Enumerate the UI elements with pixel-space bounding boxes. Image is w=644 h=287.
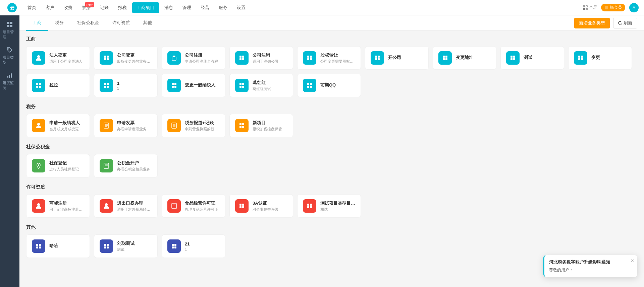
svg-rect-96: [36, 246, 38, 248]
svg-rect-102: [172, 244, 174, 246]
svg-rect-44: [578, 58, 580, 60]
card-desc: 测试: [320, 207, 355, 212]
card-xinxiangmu[interactable]: 新项目 报税加税控盘保管: [229, 114, 293, 137]
card-icon: [100, 239, 113, 253]
card-liucong-ceshi[interactable]: 刘聪测试 测试: [94, 234, 158, 258]
card-name: 社保登记: [49, 160, 84, 166]
card-icon: [235, 119, 249, 132]
svg-rect-48: [36, 86, 38, 88]
svg-rect-46: [36, 83, 38, 85]
svg-rect-59: [242, 83, 244, 85]
card-lala[interactable]: 拉拉: [26, 74, 90, 97]
nav-service[interactable]: 服务: [214, 0, 232, 15]
card-desc: 1: [185, 247, 220, 251]
card-desc: 申请公司注册全流程: [185, 59, 220, 64]
svg-rect-33: [378, 58, 380, 60]
card-biangeng-nashui[interactable]: 变更一般纳税人: [162, 74, 225, 97]
sidebar-item-progress[interactable]: 进度监测: [1, 69, 18, 93]
app-logo[interactable]: 云: [5, 1, 19, 14]
fullscreen-btn[interactable]: 全屏: [583, 5, 597, 10]
card-3a-renzheng[interactable]: 3A认证 对企业信誉评级: [229, 194, 293, 218]
vip-button[interactable]: 畅会员: [601, 4, 625, 11]
section-title-shebao: 社保公积金: [26, 144, 637, 150]
card-icon: [167, 51, 181, 65]
card-gupan-zhuanrang[interactable]: 股权转让 公司变更需要股权转让: [297, 46, 361, 70]
card-qianqi-qq[interactable]: 前期QQ: [297, 74, 361, 97]
card-kaigongsi[interactable]: 开公司: [365, 46, 429, 70]
card-desc: 对企业信誉评级: [253, 207, 287, 212]
card-gongsi-zhuxiao[interactable]: 公司注销 适用于注销公司: [229, 46, 293, 70]
nav-billing[interactable]: 收费: [59, 0, 77, 15]
grid-icon: [6, 21, 13, 28]
svg-rect-42: [578, 56, 580, 58]
nav-customer[interactable]: 客户: [41, 0, 59, 15]
card-desc: 适用于注销公司: [253, 59, 287, 64]
card-faziren[interactable]: 法人变更 适用于公司变更法人: [26, 46, 90, 70]
nav-tax[interactable]: 报税: [113, 0, 131, 15]
card-shangbiao[interactable]: 商标注册 用于企业商标注册服务: [26, 194, 90, 218]
card-gongjijin-kaihu[interactable]: 公积金开户 办理公积金相关业务: [94, 154, 158, 177]
nav-bookkeeping[interactable]: 记账: [95, 0, 113, 15]
card-shebao-dengji[interactable]: 社保登记 进行人员社保登记: [26, 154, 90, 177]
card-icon: [167, 239, 181, 253]
nav-manage[interactable]: 管理: [178, 0, 196, 15]
svg-rect-13: [9, 75, 10, 78]
new-type-button[interactable]: 新增业务类型: [574, 18, 610, 28]
sidebar-item-project-type[interactable]: 项目类型: [1, 44, 18, 68]
nav-settings[interactable]: 设置: [232, 0, 250, 15]
nav-ticket[interactable]: 票据 new: [77, 0, 95, 15]
card-jinchukou[interactable]: 进出口权办理 适用于对外贸易经营者: [94, 194, 158, 218]
card-icon-faziren: [32, 51, 45, 65]
svg-point-66: [37, 123, 40, 126]
card-biangeng[interactable]: 变更: [568, 46, 632, 70]
card-shenqing-fapiao[interactable]: 申请发票 办理申请发票业务: [94, 114, 158, 137]
card-ceshi-type[interactable]: 测试项目类型目定义 测试: [297, 194, 361, 218]
card-shipin-xuke[interactable]: 食品经营许可证 办理食品经营许可证: [162, 194, 225, 218]
card-21[interactable]: 21 1: [162, 234, 225, 258]
tab-gongshang[interactable]: 工商: [26, 15, 48, 31]
card-desc: 适用于公司变更法人: [49, 59, 84, 64]
nav-operation[interactable]: 经营: [196, 0, 214, 15]
card-shenqing-nashui[interactable]: 申请一般纳税人 当月或次月成变更完成: [26, 114, 90, 137]
card-name: 申请发票: [117, 120, 152, 126]
section-gongshang: 工商 法人变更 适用于公司变更法人: [26, 36, 637, 97]
cards-grid-qita: 哈哈 刘聪测试 测试: [26, 234, 637, 258]
sidebar-item-project-manage[interactable]: 项目管理: [1, 18, 18, 42]
card-gongsi-biangeng[interactable]: 公司变更 股权变更外的业务变更: [94, 46, 158, 70]
nav-message[interactable]: 消息: [160, 0, 178, 15]
svg-rect-103: [174, 244, 176, 246]
tab-shebao[interactable]: 社保公积金: [70, 15, 106, 31]
svg-point-11: [8, 49, 9, 50]
refresh-button[interactable]: 刷新: [613, 18, 637, 28]
user-avatar[interactable]: A: [629, 3, 639, 12]
nav-business[interactable]: 工商项目: [132, 2, 159, 13]
card-desc: 拿到营业执照的新公司: [185, 127, 220, 132]
tab-shuiwu[interactable]: 税务: [48, 15, 70, 31]
card-icon: [235, 199, 249, 213]
svg-rect-57: [174, 86, 176, 88]
card-gongsi-zhuce[interactable]: 公司注册 申请公司注册全流程: [162, 46, 225, 70]
section-title-gongshang: 工商: [26, 36, 637, 42]
card-desc: 适用于对外贸易经营者: [117, 207, 152, 212]
card-ceshi[interactable]: 测试: [500, 46, 564, 70]
card-shuiwu-baodao[interactable]: 税务报道+记账 拿到营业执照的新公司: [162, 114, 225, 137]
cards-grid-shuiwu: 申请一般纳税人 当月或次月成变更完成 申请发票 办理申请发票业务: [26, 114, 637, 137]
nav-items: 首页 客户 收费 票据 new 记账 报税 工商项目 消息 管理 经营 服务 设…: [23, 0, 583, 15]
card-haha[interactable]: 哈哈: [26, 234, 90, 258]
card-gehonghong[interactable]: 葛红红 葛红红测试: [229, 74, 293, 97]
tab-qita[interactable]: 其他: [137, 15, 159, 31]
svg-rect-5: [586, 8, 587, 10]
card-biangeng-dizhi[interactable]: 变更地址: [433, 46, 496, 70]
svg-rect-31: [378, 56, 380, 58]
card-name: 商标注册: [49, 200, 84, 206]
nav-home[interactable]: 首页: [23, 0, 41, 15]
card-icon: [100, 79, 113, 92]
card-desc: 当月或次月成变更完成: [49, 127, 84, 132]
tab-xuke[interactable]: 许可资质: [106, 15, 137, 31]
card-one[interactable]: 1 1: [94, 74, 158, 97]
card-icon: [32, 199, 45, 213]
tag-icon: [6, 46, 13, 54]
svg-rect-94: [36, 244, 38, 246]
notification-close[interactable]: ×: [631, 258, 634, 264]
top-nav: 云 首页 客户 收费 票据 new 记账 报税 工商项目 消息 管理 经营 服务…: [0, 0, 644, 15]
